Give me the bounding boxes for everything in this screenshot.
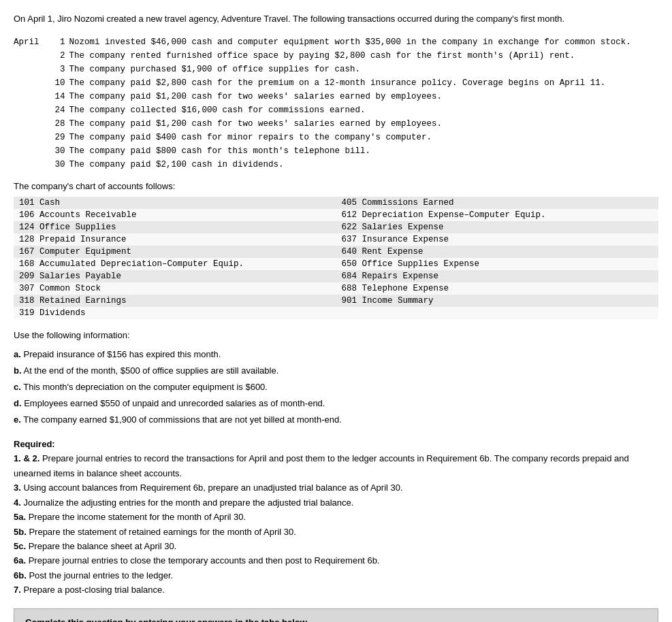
transaction-text: The company paid $800 cash for this mont…: [69, 144, 371, 158]
transaction-text: The company paid $2,100 cash in dividend…: [69, 158, 284, 171]
transaction-day: 3: [46, 63, 65, 76]
account-left: 307 Common Stock: [14, 282, 336, 295]
transaction-entry: 2The company rented furnished office spa…: [46, 49, 631, 63]
account-right: 637 Insurance Expense: [336, 233, 659, 246]
transaction-entry: 10The company paid $2,800 cash for the p…: [46, 76, 631, 90]
chart-heading: The company's chart of accounts follows:: [14, 181, 658, 191]
complete-text: Complete this question by entering your …: [25, 617, 647, 622]
use-heading: Use the following information:: [14, 330, 658, 340]
account-right: 650 Office Supplies Expense: [336, 258, 659, 270]
required-item: 3. Using account balances from Requireme…: [14, 480, 658, 495]
accounts-table: 101 Cash 405 Commissions Earned 106 Acco…: [14, 197, 658, 319]
bottom-box: Complete this question by entering your …: [14, 608, 658, 622]
required-item: 6a. Prepare journal entries to close the…: [14, 553, 658, 568]
adjustment-item: d. Employees earned $550 of unpaid and u…: [14, 396, 658, 411]
adjustment-item: e. The company earned $1,900 of commissi…: [14, 412, 658, 427]
entries-list: 1Nozomi invested $46,000 cash and comput…: [46, 35, 631, 171]
account-left: 167 Computer Equipment: [14, 246, 336, 258]
required-title: Required:: [14, 439, 55, 449]
account-right: 640 Rent Expense: [336, 246, 659, 258]
required-item: 4. Journalize the adjusting entries for …: [14, 495, 658, 510]
transaction-day: 30: [46, 158, 65, 171]
transaction-entry: 14The company paid $1,200 cash for two w…: [46, 90, 631, 103]
account-left: 319 Dividends: [14, 307, 336, 319]
adjustment-item: a. Prepaid insurance of $156 has expired…: [14, 347, 658, 362]
transaction-entry: 3The company purchased $1,900 of office …: [46, 63, 631, 76]
page: On April 1, Jiro Nozomi created a new tr…: [0, 0, 672, 622]
account-left: 318 Retained Earnings: [14, 295, 336, 307]
required-item: 6b. Post the journal entries to the ledg…: [14, 568, 658, 583]
adjustment-item: b. At the end of the month, $500 of offi…: [14, 363, 658, 378]
required-item: 5c. Prepare the balance sheet at April 3…: [14, 539, 658, 553]
transaction-day: 29: [46, 131, 65, 144]
adjustments-section: a. Prepaid insurance of $156 has expired…: [14, 347, 658, 427]
transaction-day: 2: [46, 49, 65, 63]
account-right: 622 Salaries Expense: [336, 221, 659, 233]
transaction-text: The company paid $1,200 cash for two wee…: [69, 117, 443, 131]
transaction-text: The company paid $1,200 cash for two wee…: [69, 90, 443, 103]
account-right: 405 Commissions Earned: [336, 197, 659, 209]
adjustment-item: c. This month's depreciation on the comp…: [14, 380, 658, 395]
account-right: [336, 307, 659, 319]
transaction-day: 30: [46, 144, 65, 158]
account-left: 106 Accounts Receivable: [14, 209, 336, 221]
account-left: 124 Office Supplies: [14, 221, 336, 233]
transaction-entry: 28The company paid $1,200 cash for two w…: [46, 117, 631, 131]
transaction-entry: 30The company paid $800 cash for this mo…: [46, 144, 631, 158]
transaction-entry: 1Nozomi invested $46,000 cash and comput…: [46, 35, 631, 49]
transaction-day: 1: [46, 35, 65, 49]
transaction-entry: 30The company paid $2,100 cash in divide…: [46, 158, 631, 171]
transaction-text: Nozomi invested $46,000 cash and compute…: [69, 35, 631, 49]
required-item: 1. & 2. Prepare journal entries to recor…: [14, 451, 658, 480]
transaction-entry: 29The company paid $400 cash for minor r…: [46, 131, 631, 144]
required-section: Required: 1. & 2. Prepare journal entrie…: [14, 437, 658, 598]
transaction-day: 28: [46, 117, 65, 131]
required-item: 5a. Prepare the income statement for the…: [14, 510, 658, 524]
transaction-day: 24: [46, 103, 65, 117]
transactions-section: April 1Nozomi invested $46,000 cash and …: [14, 35, 658, 171]
required-item: 5b. Prepare the statement of retained ea…: [14, 525, 658, 539]
account-right: 688 Telephone Expense: [336, 282, 659, 295]
month-label: April: [14, 35, 41, 49]
account-left: 209 Salaries Payable: [14, 270, 336, 282]
account-right: 684 Repairs Expense: [336, 270, 659, 282]
account-right: 612 Depreciation Expense–Computer Equip.: [336, 209, 659, 221]
transaction-text: The company paid $2,800 cash for the pre…: [69, 76, 606, 90]
transaction-day: 14: [46, 90, 65, 103]
required-item: 7. Prepare a post-closing trial balance.: [14, 583, 658, 597]
account-left: 128 Prepaid Insurance: [14, 233, 336, 246]
transaction-day: 10: [46, 76, 65, 90]
transaction-text: The company paid $400 cash for minor rep…: [69, 131, 432, 144]
transaction-entry: 24The company collected $16,000 cash for…: [46, 103, 631, 117]
transaction-text: The company purchased $1,900 of office s…: [69, 63, 361, 76]
account-left: 168 Accumulated Depreciation–Computer Eq…: [14, 258, 336, 270]
account-left: 101 Cash: [14, 197, 336, 209]
intro-paragraph: On April 1, Jiro Nozomi created a new tr…: [14, 12, 658, 26]
transaction-text: The company rented furnished office spac…: [69, 49, 575, 63]
transaction-text: The company collected $16,000 cash for c…: [69, 103, 366, 117]
account-right: 901 Income Summary: [336, 295, 659, 307]
